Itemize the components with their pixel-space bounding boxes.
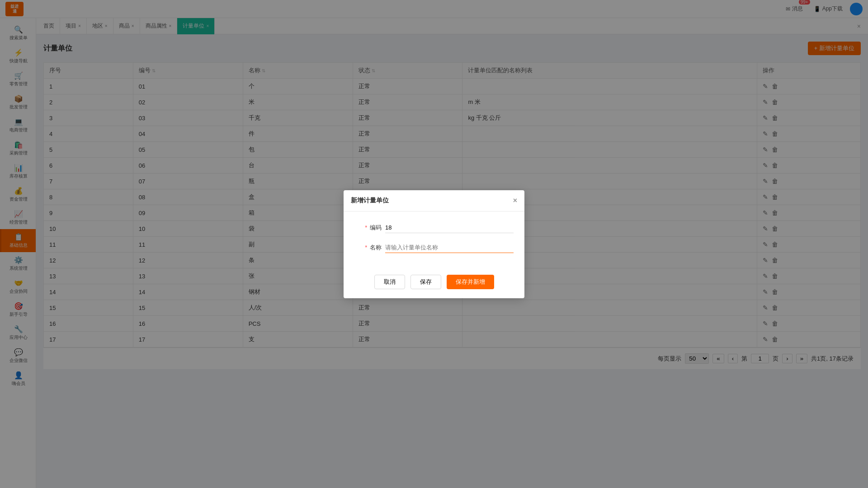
modal-overlay: 新增计量单位 × * 编码 * 名称 取消 保存 保存并新增 — [0, 0, 868, 488]
code-input[interactable] — [385, 222, 514, 233]
add-uom-modal: 新增计量单位 × * 编码 * 名称 取消 保存 保存并新增 — [344, 190, 524, 298]
save-and-new-button[interactable]: 保存并新增 — [447, 275, 494, 289]
form-row-code: * 编码 — [354, 222, 514, 233]
code-label: * 编码 — [354, 224, 382, 232]
form-row-name: * 名称 — [354, 242, 514, 253]
modal-title: 新增计量单位 — [351, 197, 389, 205]
modal-body: * 编码 * 名称 — [344, 211, 524, 269]
name-input[interactable] — [385, 242, 514, 253]
cancel-button[interactable]: 取消 — [374, 275, 405, 289]
modal-close-button[interactable]: × — [513, 197, 517, 205]
name-label: * 名称 — [354, 244, 382, 252]
save-button[interactable]: 保存 — [410, 275, 441, 289]
modal-header: 新增计量单位 × — [344, 190, 524, 211]
modal-footer: 取消 保存 保存并新增 — [344, 269, 524, 298]
